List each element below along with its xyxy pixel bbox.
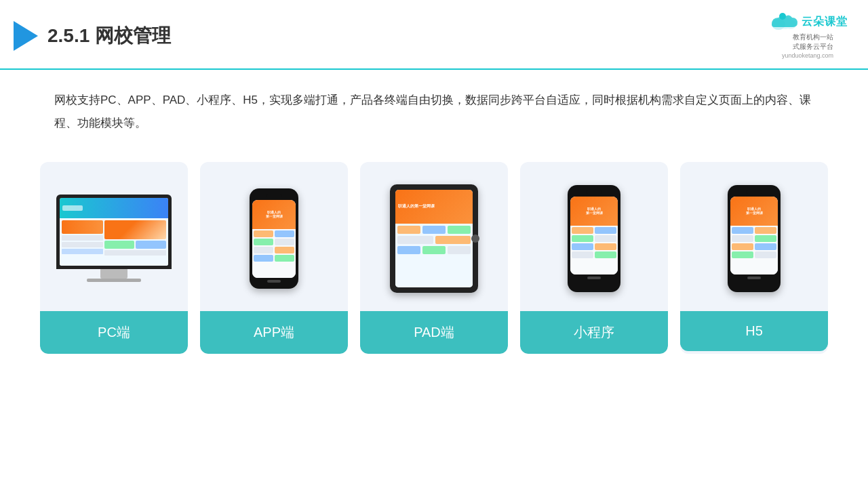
logo-tagline-text: 教育机构一站 式服务云平台 xyxy=(782,33,833,52)
cloud-icon xyxy=(768,12,797,31)
card-pad-label: PAD端 xyxy=(360,311,508,354)
card-pad: 职通人的第一堂网课 xyxy=(360,162,508,354)
logo-tagline: 教育机构一站 式服务云平台 yunduoketang.com xyxy=(782,33,833,60)
svg-point-4 xyxy=(779,13,786,20)
pc-mockup xyxy=(56,195,172,282)
title-text: 网校管理 xyxy=(95,25,171,46)
header-left: 2.5.1 网校管理 xyxy=(14,21,171,51)
logo-text: 云朵课堂 xyxy=(802,15,848,29)
description-text: 网校支持PC、APP、PAD、小程序、H5，实现多端打通，产品各终端自由切换，数… xyxy=(54,89,814,135)
description: 网校支持PC、APP、PAD、小程序、H5，实现多端打通，产品各终端自由切换，数… xyxy=(0,70,868,142)
play-icon xyxy=(14,21,38,51)
card-h5-label: H5 xyxy=(680,311,828,351)
card-miniprogram-image: 职通人的第一堂网课 xyxy=(520,162,668,311)
card-app-label: APP端 xyxy=(200,311,348,354)
card-miniprogram: 职通人的第一堂网课 xyxy=(520,162,668,354)
card-app-image: 职通人的第一堂网课 xyxy=(200,162,348,311)
card-pc-image xyxy=(40,162,188,311)
header: 2.5.1 网校管理 云朵课堂 教育机构一站 式服务云平台 yunduoketa… xyxy=(0,0,868,70)
title-number: 2.5.1 xyxy=(47,25,90,46)
card-pc-label: PC端 xyxy=(40,311,188,354)
logo-cloud: 云朵课堂 xyxy=(768,12,848,31)
app-phone-mockup: 职通人的第一堂网课 xyxy=(250,188,298,289)
miniprogram-phone-mockup: 职通人的第一堂网课 xyxy=(568,185,620,292)
page-title: 2.5.1 网校管理 xyxy=(47,23,171,49)
pad-tablet-mockup: 职通人的第一堂网课 xyxy=(390,184,478,293)
card-h5-image: 职通人的第一堂网课 xyxy=(680,162,828,311)
h5-phone-mockup: 职通人的第一堂网课 xyxy=(728,185,781,292)
cards-container: PC端 职通人的第一堂网课 xyxy=(0,142,868,374)
card-h5: 职通人的第一堂网课 xyxy=(680,162,828,354)
logo-area: 云朵课堂 教育机构一站 式服务云平台 yunduoketang.com xyxy=(768,12,848,60)
card-pad-image: 职通人的第一堂网课 xyxy=(360,162,508,311)
logo-domain: yunduoketang.com xyxy=(782,52,833,60)
card-app: 职通人的第一堂网课 xyxy=(200,162,348,354)
card-miniprogram-label: 小程序 xyxy=(520,311,668,354)
card-pc: PC端 xyxy=(40,162,188,354)
